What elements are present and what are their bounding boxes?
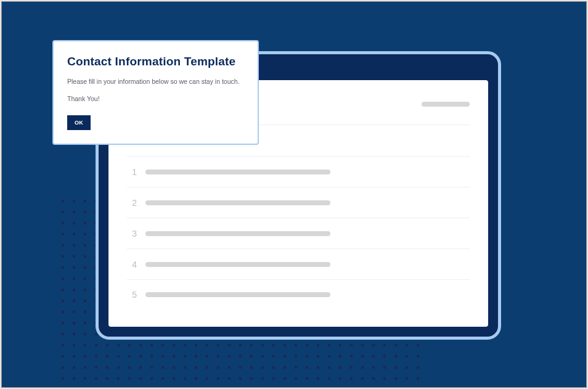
row-number: 4 bbox=[127, 260, 145, 269]
form-row: 3 bbox=[127, 218, 470, 248]
form-row: 2 bbox=[127, 187, 470, 218]
modal-thanks-text: Thank You! bbox=[67, 94, 244, 104]
header-placeholder bbox=[422, 102, 470, 107]
row-number: 3 bbox=[127, 229, 145, 239]
modal-body-text: Please fill in your information below so… bbox=[67, 77, 244, 87]
row-number: 2 bbox=[127, 198, 145, 208]
row-placeholder bbox=[145, 200, 330, 205]
form-row: 4 bbox=[127, 248, 470, 279]
row-placeholder bbox=[145, 262, 330, 267]
ok-button[interactable]: OK bbox=[67, 115, 91, 130]
row-number: 1 bbox=[127, 167, 145, 177]
form-row: 5 bbox=[127, 279, 470, 310]
row-number: 5 bbox=[127, 290, 145, 300]
intro-modal: Contact Information Template Please fill… bbox=[52, 40, 259, 145]
modal-title: Contact Information Template bbox=[67, 55, 244, 68]
row-placeholder bbox=[145, 292, 330, 297]
canvas: 1 2 3 4 5 Contact Information Template bbox=[1, 1, 587, 388]
form-row: 1 bbox=[127, 156, 470, 187]
row-placeholder bbox=[145, 170, 330, 174]
row-placeholder bbox=[145, 231, 330, 236]
